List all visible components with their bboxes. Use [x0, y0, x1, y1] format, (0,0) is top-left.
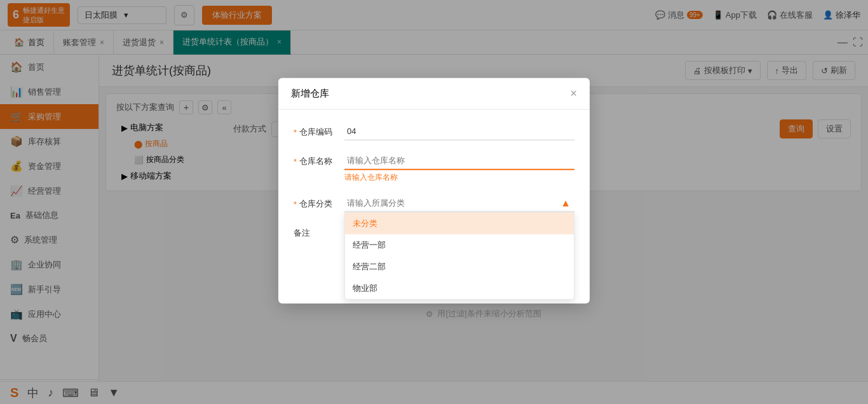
category-dropdown: 未分类 经营一部 经营二部 物业部	[344, 212, 574, 300]
category-label: * 仓库分类	[294, 194, 344, 210]
category-input[interactable]	[344, 194, 574, 212]
name-error-message: 请输入仓库名称	[344, 172, 574, 183]
code-control-wrap	[344, 123, 574, 140]
dropdown-item-none[interactable]: 未分类	[345, 213, 574, 234]
code-label: * 仓库编码	[294, 123, 344, 138]
category-toggle-icon[interactable]: ▲	[560, 198, 571, 209]
modal-header: 新增仓库 ×	[278, 78, 590, 110]
note-label: 备注	[294, 224, 344, 239]
name-label: * 仓库名称	[294, 152, 344, 167]
category-control-wrap: ▲ 未分类 经营一部 经营二部 物业部	[344, 194, 574, 212]
modal-body: * 仓库编码 * 仓库名称 请输入仓库名称 * 仓库分类	[278, 110, 590, 266]
name-input[interactable]	[344, 152, 574, 170]
modal-title: 新增仓库	[291, 88, 329, 100]
name-control-wrap: 请输入仓库名称	[344, 152, 574, 183]
new-warehouse-modal: 新增仓库 × * 仓库编码 * 仓库名称 请输入仓库名称	[278, 78, 590, 304]
category-field-row: * 仓库分类 ▲ 未分类 经营一部 经营二部 物业部	[294, 194, 574, 212]
dropdown-item-dept1[interactable]: 经营一部	[345, 234, 574, 256]
dropdown-item-dept2[interactable]: 经营二部	[345, 256, 574, 278]
code-input[interactable]	[344, 123, 574, 140]
modal-close-button[interactable]: ×	[570, 87, 577, 100]
name-field-row: * 仓库名称 请输入仓库名称	[294, 152, 574, 183]
dropdown-item-dept3[interactable]: 物业部	[345, 278, 574, 299]
code-field-row: * 仓库编码	[294, 123, 574, 140]
